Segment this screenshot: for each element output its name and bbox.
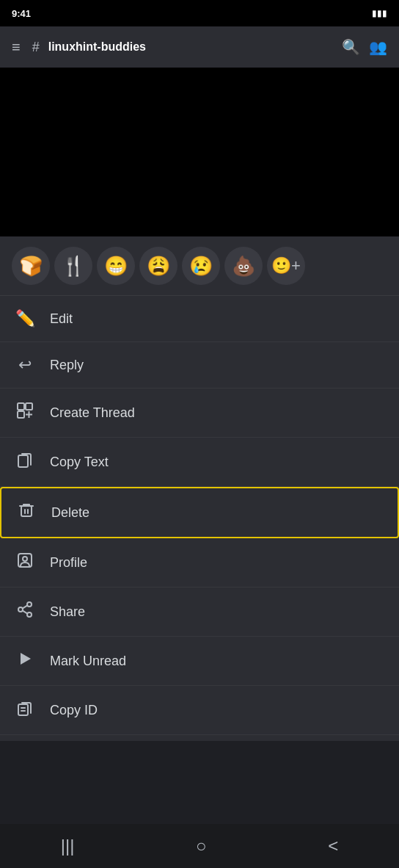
copy-id-icon bbox=[15, 699, 35, 721]
menu-item-share[interactable]: Share bbox=[0, 587, 399, 637]
svg-point-10 bbox=[23, 557, 27, 561]
mark-unread-label: Mark Unread bbox=[50, 654, 126, 669]
menu-item-profile[interactable]: Profile bbox=[0, 538, 399, 587]
share-label: Share bbox=[50, 604, 85, 620]
status-icons: ▮▮▮ bbox=[372, 8, 387, 18]
svg-rect-6 bbox=[21, 506, 32, 516]
svg-rect-0 bbox=[18, 403, 24, 410]
mark-unread-icon bbox=[15, 650, 35, 672]
channel-title: linuxhint-buddies bbox=[48, 40, 333, 54]
edit-icon: ✏️ bbox=[15, 309, 35, 328]
chat-background bbox=[0, 68, 399, 236]
search-icon[interactable]: 🔍 bbox=[342, 38, 360, 56]
emoji-weary[interactable]: 😩 bbox=[139, 247, 177, 285]
copy-id-label: Copy ID bbox=[50, 703, 98, 718]
emoji-cry[interactable]: 😢 bbox=[182, 247, 220, 285]
add-reaction-button[interactable]: 🙂+ bbox=[267, 247, 305, 285]
svg-rect-17 bbox=[18, 704, 28, 715]
menu-item-edit[interactable]: ✏️ Edit bbox=[0, 296, 399, 342]
status-time: 9:41 bbox=[12, 8, 31, 19]
share-icon bbox=[15, 601, 35, 623]
emoji-grin[interactable]: 😁 bbox=[97, 247, 135, 285]
emoji-reaction-row: 🍞 🍴 😁 😩 😢 💩 🙂+ bbox=[0, 236, 399, 296]
edit-label: Edit bbox=[50, 311, 73, 327]
context-menu-panel: 🍞 🍴 😁 😩 😢 💩 🙂+ ✏️ Edit ↩ Reply Create Th… bbox=[0, 236, 399, 741]
home-button[interactable]: ○ bbox=[181, 828, 222, 864]
emoji-bread[interactable]: 🍞 bbox=[12, 247, 50, 285]
delete-label: Delete bbox=[51, 505, 89, 521]
profile-label: Profile bbox=[50, 555, 87, 571]
create-thread-label: Create Thread bbox=[50, 405, 135, 421]
svg-line-15 bbox=[23, 610, 28, 613]
emoji-poop[interactable]: 💩 bbox=[224, 247, 263, 285]
svg-rect-2 bbox=[18, 411, 24, 418]
menu-item-copy-id[interactable]: Copy ID bbox=[0, 686, 399, 735]
svg-line-14 bbox=[23, 605, 28, 608]
menu-item-create-thread[interactable]: Create Thread bbox=[0, 388, 399, 438]
bottom-navigation: ||| ○ < bbox=[0, 824, 399, 868]
menu-item-delete[interactable]: Delete ⇐ bbox=[0, 487, 399, 538]
status-bar: 9:41 ▮▮▮ bbox=[0, 0, 399, 26]
battery-icon: ▮▮▮ bbox=[372, 8, 387, 18]
copy-text-icon bbox=[15, 451, 35, 473]
menu-item-copy-text[interactable]: Copy Text bbox=[0, 438, 399, 487]
reply-label: Reply bbox=[50, 358, 84, 373]
svg-rect-1 bbox=[26, 403, 32, 410]
copy-text-label: Copy Text bbox=[50, 455, 109, 470]
profile-icon bbox=[15, 551, 35, 574]
recent-apps-button[interactable]: ||| bbox=[46, 828, 89, 864]
emoji-fork[interactable]: 🍴 bbox=[54, 247, 92, 285]
back-button[interactable]: < bbox=[313, 828, 353, 864]
svg-marker-16 bbox=[21, 653, 31, 665]
members-icon[interactable]: 👥 bbox=[369, 38, 387, 56]
delete-icon bbox=[16, 502, 37, 524]
nav-bar: ≡ # linuxhint-buddies 🔍 👥 bbox=[0, 26, 399, 68]
menu-item-reply[interactable]: ↩ Reply bbox=[0, 342, 399, 388]
thread-icon bbox=[15, 402, 35, 424]
channel-hash-icon: # bbox=[32, 40, 40, 55]
reply-icon: ↩ bbox=[15, 355, 35, 375]
menu-item-mark-unread[interactable]: Mark Unread bbox=[0, 637, 399, 686]
svg-rect-5 bbox=[18, 455, 28, 467]
hamburger-icon[interactable]: ≡ bbox=[12, 39, 21, 56]
